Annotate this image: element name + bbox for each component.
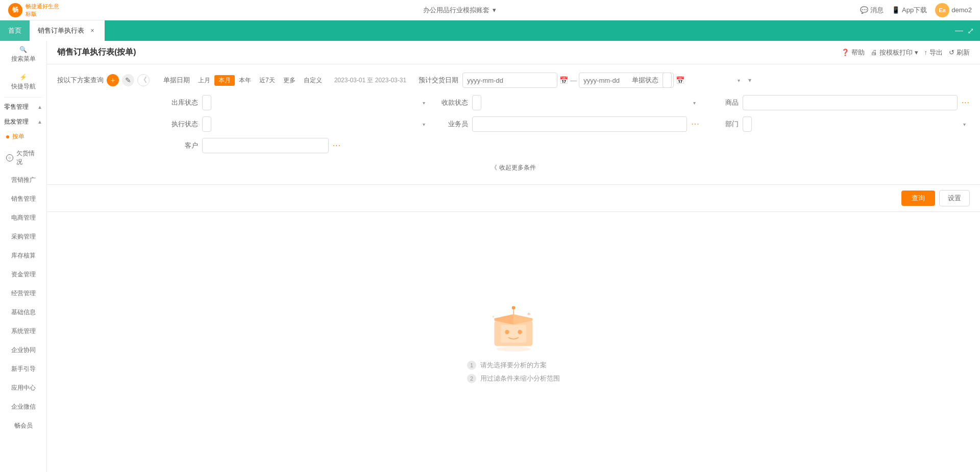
collapse-bar[interactable]: 《 收起更多条件 (57, 159, 970, 176)
date-tab-last7[interactable]: 近7天 (255, 75, 279, 86)
filter-row-4: 客户 ··· (57, 138, 970, 153)
payment-filter-group: 收款状态 (437, 95, 699, 110)
empty-step-1: 1 请先选择要分析的方案 (467, 361, 560, 370)
sidebar-item-ecommerce[interactable]: 电商管理 (0, 208, 46, 227)
empty-state: ✦ ✦ 1 请先选择要分析的方案 2 用过滤条件来缩小分析范围 (47, 212, 980, 472)
customer-more-icon[interactable]: ··· (333, 141, 341, 150)
export-button[interactable]: ↑ 导出 (924, 48, 943, 57)
payment-select[interactable] (472, 95, 481, 110)
debt-circle-icon: ○ (6, 154, 13, 161)
tab-home[interactable]: 首页 (0, 20, 30, 41)
toolbar: 查询 设置 (47, 185, 980, 212)
dept-select[interactable] (743, 116, 752, 132)
product-more-icon[interactable]: ··· (962, 98, 970, 107)
page-header: 销售订单执行表(按单) ❓ 帮助 🖨 按模板打印 ▾ ↑ 导出 ↺ 刷新 (47, 41, 980, 64)
status-select[interactable] (663, 73, 672, 88)
sidebar-item-sales[interactable]: 销售管理 (0, 190, 46, 208)
export-icon: ↑ (924, 49, 928, 56)
company-selector[interactable]: 办公用品行业模拟账套 ▾ (423, 6, 496, 15)
query-button[interactable]: 查询 (901, 191, 935, 206)
sidebar-quick-nav[interactable]: ⚡ 快捷导航 (0, 68, 46, 96)
tab-close-button[interactable]: × (88, 27, 96, 35)
content-area: 销售订单执行表(按单) ❓ 帮助 🖨 按模板打印 ▾ ↑ 导出 ↺ 刷新 (47, 41, 980, 472)
step-2-num: 2 (467, 374, 476, 383)
sidebar-item-operations[interactable]: 经营管理 (0, 284, 46, 303)
sidebar-item-newbie[interactable]: 新手引导 (0, 360, 46, 379)
date-tab-this-month[interactable]: 本月 (214, 75, 235, 86)
message-icon: 💬 (860, 6, 868, 14)
settings-button[interactable]: 设置 (939, 190, 970, 206)
sidebar-item-system[interactable]: 系统管理 (0, 322, 46, 341)
logo-text: 畅捷通好生意 标版 (26, 3, 59, 17)
nav-tabs-actions: — ⤢ (955, 26, 980, 36)
company-dropdown-icon[interactable]: ▾ (493, 6, 496, 14)
outbound-select[interactable] (202, 95, 211, 110)
help-icon: ❓ (841, 49, 849, 56)
sidebar-item-finance[interactable]: 资金管理 (0, 265, 46, 284)
sidebar-item-retail[interactable]: 零售管理 ▲ (0, 99, 46, 113)
retail-arrow-icon: ▲ (37, 104, 42, 110)
search-icon: 🔍 (19, 46, 27, 53)
product-label: 商品 (708, 98, 739, 107)
tab-sales-order[interactable]: 销售订单执行表 × (30, 20, 105, 41)
sidebar-item-wechat[interactable]: 企业微信 (0, 397, 46, 416)
status-dropdown-icon[interactable]: ▾ (748, 77, 751, 84)
sidebar-sub-debt[interactable]: ○ 欠货情况 (0, 145, 46, 171)
svg-point-3 (505, 329, 509, 334)
sidebar-divider-1 (4, 97, 42, 98)
salesperson-more-icon[interactable]: ··· (691, 120, 699, 129)
sidebar-item-inventory[interactable]: 库存核算 (0, 246, 46, 265)
empty-steps: 1 请先选择要分析的方案 2 用过滤条件来缩小分析范围 (467, 361, 560, 383)
sidebar-item-wholesale[interactable]: 批发管理 ▲ (0, 113, 46, 128)
filter-left-panel: 按以下方案查询 + ✎ 《 (57, 74, 159, 86)
refresh-button[interactable]: ↺ 刷新 (949, 48, 970, 57)
sidebar-item-member[interactable]: 畅会员 (0, 416, 46, 435)
customer-input[interactable] (202, 138, 329, 153)
edit-plan-button[interactable]: ✎ (122, 74, 134, 86)
sidebar-item-marketing[interactable]: 营销推广 (0, 171, 46, 190)
app-download-button[interactable]: 📱 App下载 (892, 6, 927, 15)
date-tab-this-year[interactable]: 本年 (235, 75, 255, 86)
empty-step-2: 2 用过滤条件来缩小分析范围 (467, 374, 560, 383)
payment-label: 收款状态 (437, 98, 468, 107)
window-minimize-button[interactable]: — (955, 26, 963, 35)
sidebar-search[interactable]: 🔍 搜索菜单 (0, 41, 46, 68)
sidebar-item-enterprise[interactable]: 企业协同 (0, 341, 46, 360)
salesperson-input[interactable] (472, 116, 687, 132)
sidebar-item-purchase[interactable]: 采购管理 (0, 227, 46, 246)
sidebar-item-basic[interactable]: 基础信息 (0, 303, 46, 322)
logo-area: 畅 畅捷通好生意 标版 (8, 3, 59, 17)
window-maximize-button[interactable]: ⤢ (967, 26, 974, 36)
calendar-start-icon[interactable]: 📅 (559, 76, 568, 84)
sidebar-sub-press[interactable]: 按单 (0, 128, 46, 145)
print-button[interactable]: 🖨 按模板打印 ▾ (871, 48, 918, 57)
date-tab-last-month[interactable]: 上月 (194, 75, 214, 86)
message-button[interactable]: 💬 消息 (860, 6, 884, 15)
customer-label: 客户 (167, 141, 198, 150)
date-separator: — (570, 77, 577, 84)
product-input[interactable] (743, 95, 958, 110)
sidebar-item-apps[interactable]: 应用中心 (0, 379, 46, 397)
date-tab-custom[interactable]: 自定义 (300, 75, 326, 86)
date-tabs: 上月 本月 本年 近7天 更多 自定义 (194, 75, 326, 86)
user-avatar[interactable]: Ea demo2 (935, 3, 972, 17)
outbound-select-wrap (202, 95, 429, 110)
quick-nav-icon: ⚡ (19, 74, 27, 81)
add-plan-button[interactable]: + (107, 74, 119, 86)
exec-select[interactable] (202, 116, 211, 132)
expected-date-end[interactable] (579, 73, 674, 88)
collapse-left-button[interactable]: 《 (137, 74, 150, 86)
svg-rect-2 (501, 324, 526, 342)
svg-point-4 (518, 329, 522, 334)
print-dropdown-icon: ▾ (915, 49, 918, 56)
nav-tabs: 首页 销售订单执行表 × — ⤢ (0, 20, 980, 41)
date-tab-more[interactable]: 更多 (279, 75, 300, 86)
exec-filter-group: 执行状态 (167, 116, 429, 132)
status-label: 单据状态 (628, 76, 658, 85)
filter-area: 按以下方案查询 + ✎ 《 单据日期 上月 本月 本年 近7天 更多 自定义 (47, 64, 980, 185)
help-button[interactable]: ❓ 帮助 (841, 48, 865, 57)
expected-date-start[interactable] (462, 73, 557, 88)
expected-date-range: 📅 — 📅 (462, 73, 616, 88)
salesperson-filter-group: 业务员 ··· (437, 116, 699, 132)
page-title: 销售订单执行表(按单) (57, 47, 136, 64)
